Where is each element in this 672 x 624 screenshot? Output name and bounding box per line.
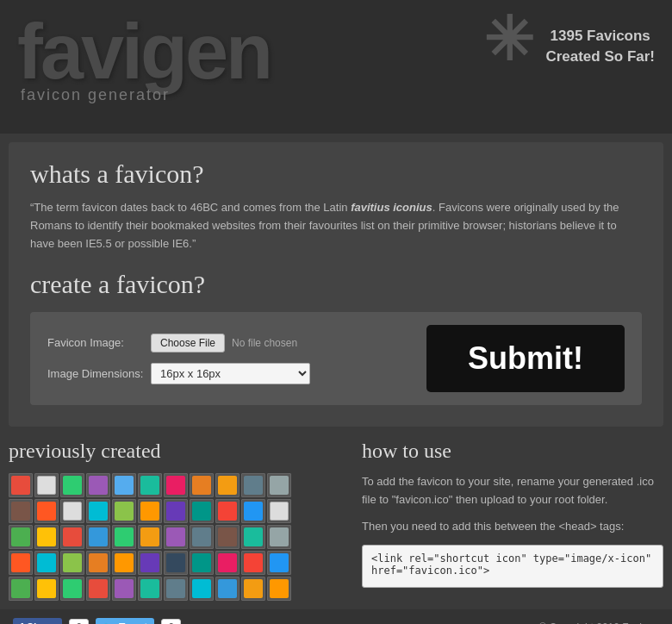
list-item: [215, 525, 240, 549]
whats-heading: whats a favicon?: [30, 159, 642, 189]
list-item: [138, 577, 162, 601]
favicon-image-row: Favicon Image: Choose File No file chose…: [47, 334, 409, 353]
submit-button[interactable]: Submit!: [426, 325, 625, 392]
choose-file-button[interactable]: Choose File: [151, 334, 225, 353]
list-item: [190, 551, 214, 575]
list-item: [164, 499, 188, 523]
list-item: [9, 473, 33, 497]
facebook-share-button[interactable]: f Share: [13, 618, 62, 624]
header-stats: 1395 Favicons Created So Far!: [545, 26, 655, 67]
favicon-image-label: Favicon Image:: [47, 336, 151, 349]
list-item: [34, 577, 59, 601]
main-panel: whats a favicon? “The term favicon dates…: [9, 142, 663, 427]
favicon-grid: [9, 473, 345, 601]
list-item: [267, 525, 291, 549]
list-item: [215, 551, 240, 575]
list-item: [190, 577, 214, 601]
stats-line2: Created So Far!: [545, 47, 655, 67]
desc-before: “The term favicon dates back to 46BC and…: [30, 201, 351, 214]
how-to-use-step1: To add the favicon to your site, rename …: [362, 473, 663, 509]
list-item: [241, 577, 265, 601]
list-item: [267, 577, 291, 601]
bottom-section: previously created: [0, 440, 672, 601]
list-item: [138, 551, 162, 575]
list-item: [34, 499, 59, 523]
list-item: [9, 577, 33, 601]
list-item: [112, 525, 136, 549]
list-item: [215, 473, 240, 497]
list-item: [241, 551, 265, 575]
code-block[interactable]: <link rel="shortcut icon" type="image/x-…: [362, 545, 663, 588]
desc-italic: favitius iconius: [351, 201, 432, 214]
how-to-use-section: how to use To add the favicon to your si…: [362, 440, 663, 601]
form-fields: Favicon Image: Choose File No file chose…: [47, 334, 409, 384]
list-item: [86, 473, 110, 497]
no-file-label: No file chosen: [232, 337, 297, 349]
tw-count: 6: [161, 619, 181, 624]
list-item: [60, 525, 84, 549]
list-item: [164, 525, 188, 549]
list-item: [86, 577, 110, 601]
file-input-wrapper: Choose File No file chosen: [151, 334, 297, 353]
list-item: [34, 473, 59, 497]
create-heading: create a favicon?: [30, 270, 642, 299]
list-item: [60, 577, 84, 601]
list-item: [138, 499, 162, 523]
list-item: [138, 473, 162, 497]
list-item: [164, 473, 188, 497]
list-item: [138, 525, 162, 549]
list-item: [9, 551, 33, 575]
list-item: [86, 525, 110, 549]
list-item: [112, 551, 136, 575]
list-item: [190, 499, 214, 523]
list-item: [112, 473, 136, 497]
list-item: [267, 551, 291, 575]
list-item: [164, 551, 188, 575]
header-subtitle: favicon generator: [21, 86, 655, 104]
whats-description: “The term favicon dates back to 46BC and…: [30, 199, 642, 253]
fb-count: 6: [69, 619, 89, 624]
list-item: [86, 551, 110, 575]
list-item: [164, 577, 188, 601]
previously-created-section: previously created: [9, 440, 345, 601]
dimensions-row: Image Dimensions: 16px x 16px 32px x 32p…: [47, 363, 409, 384]
list-item: [267, 473, 291, 497]
footer: f Share 6 🐦 Tweet 6 © Copyright 2010 Fav…: [0, 609, 672, 624]
dimensions-label: Image Dimensions:: [47, 367, 151, 380]
list-item: [86, 499, 110, 523]
asterisk-icon: ✳: [483, 4, 534, 75]
list-item: [241, 525, 265, 549]
list-item: [34, 525, 59, 549]
list-item: [60, 499, 84, 523]
twitter-tweet-button[interactable]: 🐦 Tweet: [96, 618, 154, 624]
how-to-use-step2: Then you need to add this between the <h…: [362, 518, 663, 536]
list-item: [60, 551, 84, 575]
list-item: [215, 577, 240, 601]
stats-line1: 1395 Favicons: [545, 26, 655, 47]
list-item: [60, 473, 84, 497]
list-item: [9, 525, 33, 549]
previously-created-heading: previously created: [9, 440, 345, 463]
how-to-use-heading: how to use: [362, 440, 663, 463]
list-item: [9, 499, 33, 523]
list-item: [215, 499, 240, 523]
list-item: [190, 525, 214, 549]
list-item: [267, 499, 291, 523]
list-item: [241, 499, 265, 523]
form-area: Favicon Image: Choose File No file chose…: [30, 312, 642, 405]
list-item: [190, 473, 214, 497]
dimensions-select[interactable]: 16px x 16px 32px x 32px 48px x 48px 64px…: [151, 363, 310, 384]
list-item: [241, 473, 265, 497]
create-section: create a favicon? Favicon Image: Choose …: [30, 270, 642, 405]
social-buttons: f Share 6 🐦 Tweet 6: [13, 618, 181, 624]
header: favigen favicon generator ✳ 1395 Favicon…: [0, 0, 672, 134]
list-item: [112, 499, 136, 523]
whats-section: whats a favicon? “The term favicon dates…: [30, 159, 642, 253]
list-item: [34, 551, 59, 575]
list-item: [112, 577, 136, 601]
